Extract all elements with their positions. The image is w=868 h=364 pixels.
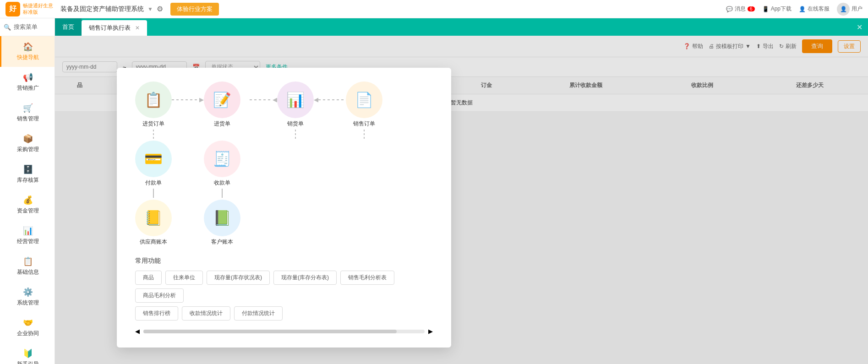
down-connector-1 <box>153 130 154 139</box>
func-btn-sales-rank[interactable]: 销售排行榜 <box>135 306 178 321</box>
purchase-order-node[interactable]: 📋 <box>135 81 172 118</box>
sidebar-item-label-basic: 基础信息 <box>17 268 39 276</box>
sidebar-item-marketing[interactable]: 📢 营销推广 <box>0 67 55 98</box>
message-icon: 💬 <box>726 6 733 12</box>
message-badge: 6 <box>748 6 755 11</box>
search-icon: 🔍 <box>4 24 11 31</box>
sidebar-item-label-guide: 新手引导 <box>17 360 39 364</box>
guide-icon: 🔰 <box>23 348 33 359</box>
tab-home-label: 首页 <box>62 23 74 31</box>
payment-node[interactable]: 💳 <box>135 141 172 177</box>
sidebar-item-label-inventory: 库存核算 <box>17 176 39 184</box>
func-btn-payment-stats[interactable]: 付款情况统计 <box>234 306 283 321</box>
sidebar-item-guide[interactable]: 🔰 新手引导 <box>0 343 55 364</box>
header-right: 💬 消息 6 📱 App下载 👤 在线客服 👤 用户 <box>726 3 863 16</box>
purchase-order-block: 📋 进货订单 <box>135 81 172 128</box>
sales-bill-block: 📊 销货单 <box>277 81 314 128</box>
customer-account-label: 客户账本 <box>211 238 233 246</box>
customer-account-icon: 📗 <box>213 209 231 227</box>
system-icon: ⚙️ <box>23 287 33 297</box>
scroll-right-icon[interactable]: ▶ <box>428 328 433 335</box>
supplier-account-node[interactable]: 📒 <box>135 200 172 236</box>
scroll-thumb <box>143 330 397 333</box>
settings-icon[interactable]: ⚙ <box>157 5 163 13</box>
down-connector-2 <box>153 189 154 198</box>
customer-account-node[interactable]: 📗 <box>204 200 240 236</box>
mid-left-column: 📝 进货单 🧾 收款单 <box>204 81 240 246</box>
sidebar-item-system[interactable]: ⚙️ 系统管理 <box>0 282 55 312</box>
receipt-label: 收款单 <box>214 179 230 187</box>
collab-icon: 🤝 <box>23 318 33 328</box>
app-download-button[interactable]: 📱 App下载 <box>762 5 792 13</box>
func-btn-units[interactable]: 往来单位 <box>165 271 203 285</box>
tab-sales-order[interactable]: 销售订单执行表 ✕ <box>82 20 147 36</box>
sidebar-item-collab[interactable]: 🤝 企业协同 <box>0 312 55 343</box>
sales-bill-column: 📊 销货单 <box>277 81 314 183</box>
func-btn-sales-profit[interactable]: 销售毛利分析表 <box>340 271 394 285</box>
message-button[interactable]: 💬 消息 6 <box>726 5 755 13</box>
sales-icon: 🛒 <box>23 103 33 113</box>
left-column: 📋 进货订单 💳 付款单 <box>135 81 172 246</box>
scroll-track[interactable] <box>143 330 425 333</box>
horizontal-scrollbar[interactable]: ◀ ▶ <box>135 324 433 338</box>
purchase-bill-icon: 📝 <box>213 91 231 109</box>
flow-diagram: 📋 进货订单 💳 付款单 <box>135 81 433 246</box>
quick-nav-modal: 📋 进货订单 💳 付款单 <box>117 68 451 348</box>
sidebar-item-operations[interactable]: 📊 经营管理 <box>0 220 55 251</box>
sidebar-item-quick-nav[interactable]: 🏠 快捷导航 <box>0 36 55 67</box>
logo-area: 好 畅捷通好生意 标准版 <box>5 2 60 16</box>
top-header: 好 畅捷通好生意 标准版 装备及固定资产辅助管理系统 ▼ ⚙ 体验行业方案 💬 … <box>0 0 868 18</box>
trial-button[interactable]: 体验行业方案 <box>170 3 219 16</box>
sidebar-item-sales[interactable]: 🛒 销售管理 <box>0 98 55 128</box>
tab-close-icon[interactable]: ✕ <box>135 25 140 31</box>
tab-home[interactable]: 首页 <box>55 18 82 36</box>
scroll-left-icon[interactable]: ◀ <box>135 328 140 335</box>
purchase-order-label: 进货订单 <box>142 120 164 128</box>
marketing-icon: 📢 <box>23 72 33 82</box>
sales-bill-icon: 📊 <box>286 91 305 109</box>
func-btn-receipt-stats[interactable]: 收款情况统计 <box>182 306 230 321</box>
inventory-icon: 🗄️ <box>23 164 33 174</box>
tab-bar-spacer <box>147 18 851 36</box>
sales-order-node[interactable]: 📄 <box>346 81 382 118</box>
purchase-bill-label: 进货单 <box>214 120 230 128</box>
system-title: 装备及固定资产辅助管理系统 <box>60 5 144 13</box>
online-service-button[interactable]: 👤 在线客服 <box>799 5 830 13</box>
sales-bill-node[interactable]: 📊 <box>277 81 314 118</box>
purchase-icon: 📦 <box>23 134 33 144</box>
receipt-node[interactable]: 🧾 <box>204 141 240 177</box>
sales-order-column: 📄 销售订单 <box>346 81 382 183</box>
payment-icon: 💳 <box>144 150 163 168</box>
sidebar-item-basic[interactable]: 📋 基础信息 <box>0 251 55 282</box>
sidebar-item-finance[interactable]: 💰 资金管理 <box>0 190 55 220</box>
tab-bar-close-button[interactable]: ✕ <box>851 18 868 36</box>
purchase-order-icon: 📋 <box>144 91 163 109</box>
h-arrow-3: ◀ <box>314 81 346 103</box>
sidebar-item-label-sales: 销售管理 <box>17 115 39 123</box>
func-btn-goods-profit[interactable]: 商品毛利分析 <box>135 288 184 303</box>
arrow-right-1: ▶ <box>199 96 204 103</box>
func-btn-goods[interactable]: 商品 <box>135 271 162 285</box>
sidebar-item-label-purchase: 采购管理 <box>17 146 39 153</box>
arrow-left-1: ◀ <box>273 96 277 103</box>
purchase-bill-node[interactable]: 📝 <box>204 81 240 118</box>
sidebar: 🔍 搜索菜单 🏠 快捷导航 📢 营销推广 🛒 销售管理 📦 采购管理 🗄️ 库存… <box>0 18 55 364</box>
function-btns-row1: 商品 往来单位 现存量(库存状况表) 现存量(库存分布表) 销售毛利分析表 商品… <box>135 271 433 303</box>
user-avatar: 👤 <box>837 3 850 16</box>
tab-bar: 首页 销售订单执行表 ✕ ✕ <box>55 18 868 36</box>
h-arrow-1: ▶ <box>172 81 204 103</box>
dashed-line-3 <box>318 99 346 100</box>
sidebar-item-inventory[interactable]: 🗄️ 库存核算 <box>0 159 55 190</box>
app-download-icon: 📱 <box>762 6 769 12</box>
receipt-icon: 🧾 <box>213 150 231 168</box>
down-connector-4 <box>295 130 296 139</box>
sidebar-item-label-operations: 经营管理 <box>17 238 39 245</box>
supplier-account-label: 供应商账本 <box>140 238 167 246</box>
down-connector-5 <box>364 130 365 139</box>
user-area[interactable]: 👤 用户 <box>837 3 863 16</box>
search-menu[interactable]: 🔍 搜索菜单 <box>0 18 55 36</box>
sidebar-item-purchase[interactable]: 📦 采购管理 <box>0 128 55 159</box>
func-btn-stock-dist[interactable]: 现存量(库存分布表) <box>273 271 337 285</box>
dropdown-icon[interactable]: ▼ <box>147 6 153 12</box>
func-btn-stock-status[interactable]: 现存量(库存状况表) <box>207 271 270 285</box>
